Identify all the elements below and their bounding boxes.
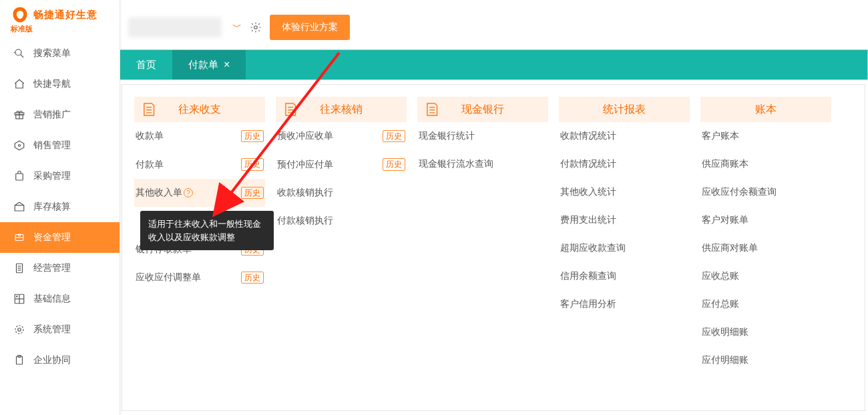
menu-row-label: 其他收入统计 <box>560 186 688 198</box>
column-header: 统计报表 <box>559 97 690 122</box>
menu-row-4-1[interactable]: 供应商账本 <box>700 150 831 178</box>
tab-label: 首页 <box>136 59 156 71</box>
menu-row-label: 现金银行统计 <box>419 130 547 142</box>
sidebar-item-10[interactable]: 企业协同 <box>0 345 120 376</box>
menu-row-3-1[interactable]: 付款情况统计 <box>559 150 690 178</box>
menu-row-label: 应收明细账 <box>702 326 830 338</box>
gear-icon[interactable] <box>250 21 262 33</box>
doc-icon <box>13 262 25 274</box>
help-icon[interactable]: ? <box>184 188 193 197</box>
menu-row-label: 应付总账 <box>702 298 830 310</box>
menu-row-0-2[interactable]: 其他收入单?历史 <box>134 179 265 207</box>
sidebar-item-0[interactable]: 搜索菜单 <box>0 38 120 69</box>
svg-point-0 <box>15 49 21 55</box>
brand: 畅捷通好生意 <box>0 0 120 24</box>
menu-row-1-3[interactable]: 付款核销执行 <box>276 207 407 235</box>
history-badge[interactable]: 历史 <box>383 158 405 170</box>
column-0: 往来收支收款单历史付款单历史其他收入单?历史费用单历史银行存取款单历史应收应付调… <box>134 97 265 410</box>
menu-row-3-4[interactable]: 超期应收款查询 <box>559 234 690 262</box>
menu-row-4-0[interactable]: 客户账本 <box>700 122 831 150</box>
sidebar-item-label: 企业协同 <box>33 354 71 366</box>
menu-row-2-1[interactable]: 现金银行流水查询 <box>417 150 548 178</box>
brand-name: 畅捷通好生意 <box>33 9 97 21</box>
menu-row-3-3[interactable]: 费用支出统计 <box>559 206 690 234</box>
sidebar-item-label: 系统管理 <box>33 324 71 336</box>
sidebar-item-label: 基础信息 <box>33 293 71 305</box>
menu-row-label: 费用支出统计 <box>560 214 688 226</box>
menu-row-4-6[interactable]: 应付总账 <box>700 290 831 318</box>
try-industry-button[interactable]: 体验行业方案 <box>270 15 350 40</box>
column-3: 统计报表收款情况统计付款情况统计其他收入统计费用支出统计超期应收款查询信用余额查… <box>559 97 690 410</box>
menu-row-4-5[interactable]: 应收总账 <box>700 262 831 290</box>
menu-row-3-0[interactable]: 收款情况统计 <box>559 122 690 150</box>
svg-point-5 <box>19 145 21 147</box>
tabbar: 首页付款单× <box>120 49 868 80</box>
sidebar-item-7[interactable]: 经营管理 <box>0 253 120 284</box>
menu-row-1-1[interactable]: 预付冲应付单历史 <box>276 150 407 178</box>
menu-row-4-7[interactable]: 应收明细账 <box>700 318 831 346</box>
column-header: 现金银行 <box>417 97 548 122</box>
menu-row-label: 现金银行流水查询 <box>419 158 547 170</box>
menu-row-label: 收款核销执行 <box>277 187 405 199</box>
money-icon <box>13 232 25 244</box>
sidebar-item-label: 采购管理 <box>33 170 71 182</box>
brand-sub: 标准版 <box>0 24 120 38</box>
svg-point-21 <box>254 26 258 29</box>
menu-row-label: 预收冲应收单 <box>277 130 383 142</box>
menu-row-2-0[interactable]: 现金银行统计 <box>417 122 548 150</box>
menu-row-label: 信用余额查询 <box>560 270 688 282</box>
menu-row-4-8[interactable]: 应付明细账 <box>700 346 831 374</box>
menu-row-label: 应付明细账 <box>702 354 830 366</box>
tab-0[interactable]: 首页 <box>120 50 172 79</box>
menu-row-0-5[interactable]: 应收应付调整单历史 <box>134 264 265 292</box>
menu-row-1-0[interactable]: 预收冲应收单历史 <box>276 122 407 150</box>
menu-row-label: 收款情况统计 <box>560 130 688 142</box>
gift-icon <box>13 109 25 121</box>
sidebar-item-4[interactable]: 采购管理 <box>0 161 120 191</box>
history-badge[interactable]: 历史 <box>241 130 264 142</box>
menu-row-1-2[interactable]: 收款核销执行 <box>276 179 407 207</box>
menu-row-0-0[interactable]: 收款单历史 <box>134 122 265 150</box>
grid-icon <box>13 293 25 305</box>
org-selector-blurred[interactable] <box>128 17 222 37</box>
sidebar: 畅捷通好生意 标准版 搜索菜单快捷导航营销推广销售管理采购管理库存核算资金管理经… <box>0 0 120 415</box>
topbar: ﹀ 体验行业方案 <box>120 9 868 45</box>
column-title: 统计报表 <box>603 103 646 117</box>
menu-row-label: 收款单 <box>136 130 241 142</box>
menu-row-label: 付款单 <box>136 159 241 171</box>
tab-1[interactable]: 付款单× <box>172 50 246 79</box>
tooltip: 适用于往来收入和一般性现金收入以及应收账款调整 <box>140 211 274 250</box>
sidebar-item-1[interactable]: 快捷导航 <box>0 69 120 99</box>
menu-row-3-5[interactable]: 信用余额查询 <box>559 262 690 290</box>
history-badge[interactable]: 历史 <box>241 158 264 170</box>
history-badge[interactable]: 历史 <box>241 272 264 284</box>
sidebar-item-label: 库存核算 <box>33 201 71 213</box>
bag-icon <box>13 170 25 182</box>
column-title: 往来收支 <box>178 103 221 117</box>
menu-row-3-6[interactable]: 客户信用分析 <box>559 290 690 318</box>
sidebar-item-label: 销售管理 <box>33 139 71 151</box>
cart-icon <box>13 139 25 151</box>
sidebar-item-8[interactable]: 基础信息 <box>0 284 120 314</box>
history-badge[interactable]: 历史 <box>241 187 264 199</box>
sidebar-item-5[interactable]: 库存核算 <box>0 191 120 222</box>
menu-row-4-2[interactable]: 应收应付余额查询 <box>700 178 831 206</box>
chevron-down-icon[interactable]: ﹀ <box>232 21 242 33</box>
sidebar-item-label: 经营管理 <box>33 262 71 274</box>
sidebar-item-3[interactable]: 销售管理 <box>0 130 120 161</box>
menu-row-4-3[interactable]: 客户对账单 <box>700 206 831 234</box>
column-title: 账本 <box>755 103 777 117</box>
svg-point-17 <box>15 326 23 334</box>
menu-row-label: 付款情况统计 <box>560 158 688 170</box>
sidebar-item-9[interactable]: 系统管理 <box>0 314 120 345</box>
menu-row-0-1[interactable]: 付款单历史 <box>134 150 265 178</box>
gear-icon <box>13 324 25 336</box>
history-badge[interactable]: 历史 <box>383 130 405 142</box>
svg-line-1 <box>21 55 23 57</box>
sidebar-item-2[interactable]: 营销推广 <box>0 99 120 130</box>
menu-row-3-2[interactable]: 其他收入统计 <box>559 178 690 206</box>
sidebar-item-6[interactable]: 资金管理 <box>0 222 120 253</box>
close-icon[interactable]: × <box>224 59 230 71</box>
menu-row-4-4[interactable]: 供应商对账单 <box>700 234 831 262</box>
menu-row-label: 付款核销执行 <box>277 215 405 227</box>
